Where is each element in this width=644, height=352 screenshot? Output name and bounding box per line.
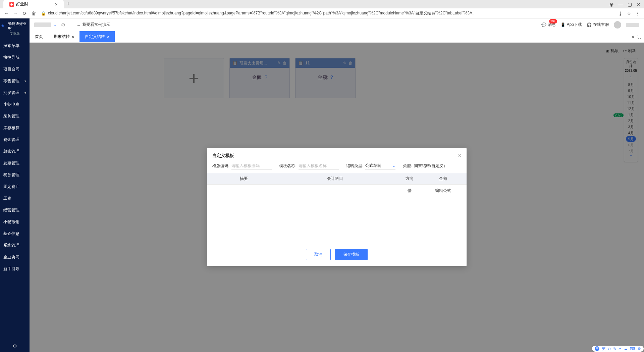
maximize-icon[interactable]: ▢ bbox=[628, 2, 632, 7]
url-field[interactable]: 🔒 cloud.chanjet.com/cc/u6d89qwnryel/57bf… bbox=[41, 10, 613, 16]
back-icon[interactable]: ← bbox=[4, 11, 9, 16]
favicon: ◆ bbox=[9, 2, 14, 7]
sidebar-item[interactable]: 搜索菜单 bbox=[0, 40, 30, 52]
category-label: 类型: bbox=[403, 163, 412, 169]
download-label: App下载 bbox=[567, 22, 582, 28]
tab-close-icon[interactable]: × bbox=[55, 2, 58, 7]
sidebar-item[interactable]: 工资 bbox=[0, 193, 30, 204]
th-summary: 摘要 bbox=[217, 173, 271, 185]
th-subject: 会计科目 bbox=[271, 173, 399, 185]
logo-title: 畅捷通好业财 bbox=[8, 21, 28, 31]
name-input[interactable] bbox=[299, 162, 339, 169]
sidebar-item[interactable]: 零售管理▾ bbox=[0, 75, 30, 87]
close-all-tabs-icon[interactable]: ✕ bbox=[631, 35, 635, 39]
sidebar-item[interactable]: 快捷导航 bbox=[0, 52, 30, 63]
ime-lang[interactable]: 英 bbox=[602, 346, 605, 351]
sidebar-item[interactable]: 库存核算 bbox=[0, 122, 30, 134]
th-direction: 方向 bbox=[399, 173, 420, 185]
sidebar-item[interactable]: 基础信息 bbox=[0, 228, 30, 240]
sidebar-item[interactable]: 项目合同 bbox=[0, 63, 30, 75]
reload-icon[interactable]: ⟳ bbox=[23, 11, 27, 16]
ime-icon[interactable]: ⊙ bbox=[608, 347, 611, 351]
chevron-down-icon: ▾ bbox=[24, 91, 26, 95]
th-blank bbox=[207, 173, 217, 185]
ime-icon[interactable]: ⌨ bbox=[630, 347, 635, 351]
forward-icon: → bbox=[13, 11, 18, 16]
sidebar-item[interactable]: 固定资产 bbox=[0, 181, 30, 193]
ime-char: 王 bbox=[595, 346, 599, 351]
tab-close-icon[interactable]: × bbox=[72, 35, 74, 39]
messages-button[interactable]: 💬 消息 99+ bbox=[541, 22, 556, 28]
app-tab[interactable]: 自定义结转× bbox=[79, 31, 115, 42]
sidebar-item[interactable]: 批发管理▾ bbox=[0, 87, 30, 99]
cell-edit-formula[interactable]: 编辑公式 bbox=[420, 185, 467, 197]
chevron-down-icon: ▾ bbox=[24, 79, 26, 83]
lock-icon: 🔒 bbox=[41, 11, 46, 16]
demo-link[interactable]: ☁ 我要看实例演示 bbox=[76, 22, 110, 28]
ime-icon[interactable]: ☁ bbox=[624, 347, 628, 351]
sidebar-item[interactable]: 小畅电商 bbox=[0, 99, 30, 110]
delete-icon[interactable]: 🗑 bbox=[32, 11, 36, 16]
sidebar-item[interactable]: 小畅报销 bbox=[0, 216, 30, 228]
star-icon[interactable]: ☆ bbox=[627, 11, 631, 16]
code-input[interactable] bbox=[231, 162, 272, 169]
settings-icon[interactable]: ⚙ bbox=[0, 340, 30, 352]
modal-custom-template: 自定义模板 × 模版编码: 模板名称: 结转类型: 公式 bbox=[207, 148, 467, 266]
sidebar-item[interactable]: 发票管理 bbox=[0, 157, 30, 169]
modal-table: 摘要 会计科目 方向 金额 借 编辑公式 bbox=[207, 173, 467, 197]
sidebar-item[interactable]: 资金管理 bbox=[0, 134, 30, 146]
table-row[interactable]: 借 编辑公式 bbox=[207, 185, 467, 197]
circle-icon[interactable]: ◉ bbox=[609, 2, 613, 7]
org-settings-icon[interactable]: ⚙ bbox=[61, 22, 65, 28]
service-button[interactable]: 🎧 在线客服 bbox=[587, 22, 609, 28]
app-tab[interactable]: 首页 bbox=[30, 31, 48, 42]
type-select[interactable]: 公式结转 ⌄ bbox=[365, 162, 395, 169]
app-tabs: 首页期末结转×自定义结转× ✕ ⛶ bbox=[30, 31, 644, 43]
save-button[interactable]: 保存模板 bbox=[335, 249, 368, 260]
ime-icon[interactable]: ✂ bbox=[619, 347, 622, 351]
sidebar-item[interactable]: 经营管理 bbox=[0, 204, 30, 216]
window-controls: ◉ — ▢ ✕ bbox=[609, 2, 641, 7]
ime-bar[interactable]: 王 英 ⊙ ✎ ✂ ☁ ⌨ ⚙ bbox=[592, 346, 644, 352]
type-label: 结转类型: bbox=[346, 163, 363, 169]
sidebar-item[interactable]: 税务管理 bbox=[0, 169, 30, 181]
name-label: 模板名称: bbox=[279, 163, 296, 169]
modal-title: 自定义模板 bbox=[212, 153, 234, 159]
expand-icon[interactable]: ⛶ bbox=[637, 35, 641, 39]
th-amount: 金额 bbox=[420, 173, 467, 185]
cancel-button[interactable]: 取消 bbox=[306, 249, 331, 260]
service-label: 在线客服 bbox=[593, 22, 609, 28]
tab-title: 好业财 bbox=[16, 1, 28, 7]
sidebar-item[interactable]: 总账管理 bbox=[0, 146, 30, 157]
app-tab[interactable]: 期末结转× bbox=[48, 31, 79, 42]
logo-subtitle: 专业版 bbox=[10, 31, 20, 36]
kebab-icon[interactable]: ⋮ bbox=[635, 11, 640, 16]
username-blurred bbox=[626, 23, 639, 27]
new-tab-button[interactable]: + bbox=[66, 1, 70, 8]
sidebar-item[interactable]: 企业协同 bbox=[0, 251, 30, 263]
headset-icon: 🎧 bbox=[587, 22, 592, 27]
org-selector[interactable]: ⌄ bbox=[34, 22, 57, 28]
download-button[interactable]: 📱 App下载 bbox=[560, 22, 582, 28]
sidebar-item[interactable]: 系统管理 bbox=[0, 240, 30, 251]
tab-close-icon[interactable]: × bbox=[107, 35, 109, 39]
minimize-icon[interactable]: — bbox=[618, 2, 623, 7]
modal-close-icon[interactable]: × bbox=[458, 153, 461, 159]
ime-icon[interactable]: ✎ bbox=[613, 347, 616, 351]
sidebar: ◈ 畅捷通好业财 专业版 搜索菜单快捷导航项目合同零售管理▾批发管理▾小畅电商采… bbox=[0, 18, 30, 352]
chevron-down-icon: ⌄ bbox=[392, 163, 395, 168]
sidebar-item[interactable]: 新手引导 bbox=[0, 263, 30, 275]
address-bar: ← → ⟳ 🗑 🔒 cloud.chanjet.com/cc/u6d89qwnr… bbox=[0, 8, 644, 18]
browser-tab[interactable]: ◆ 好业财 × bbox=[3, 0, 64, 8]
logo: ◈ 畅捷通好业财 专业版 bbox=[0, 18, 30, 40]
ime-icon[interactable]: ⚙ bbox=[638, 347, 641, 351]
topbar: ⌄ ⚙ ☁ 我要看实例演示 💬 消息 99+ 📱 App下载 🎧 bbox=[30, 18, 644, 31]
close-window-icon[interactable]: ✕ bbox=[637, 2, 641, 7]
install-icon[interactable]: ⭳ bbox=[618, 11, 623, 16]
sidebar-item[interactable]: 采购管理 bbox=[0, 110, 30, 122]
browser-tabstrip: ◆ 好业财 × + ◉ — ▢ ✕ bbox=[0, 0, 644, 8]
avatar[interactable] bbox=[614, 21, 621, 29]
message-icon: 💬 bbox=[541, 22, 546, 27]
org-name-blurred bbox=[34, 22, 51, 27]
cell-direction: 借 bbox=[399, 185, 420, 197]
